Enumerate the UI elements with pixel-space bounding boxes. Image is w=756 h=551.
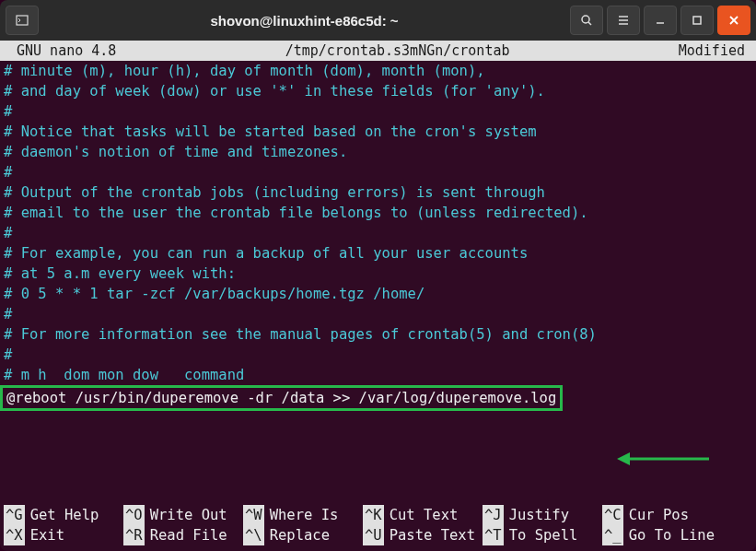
shortcut-go-to-line[interactable]: ^_Go To Line (602, 525, 722, 545)
shortcut-get-help[interactable]: ^GGet Help (4, 505, 123, 525)
minimize-button[interactable] (644, 6, 677, 35)
crontab-entry-line: @reboot /usr/bin/duperemove -dr /data >>… (4, 385, 752, 411)
editor-name: GNU nano 4.8 (4, 41, 116, 61)
window-title: shovon@linuxhint-e86c5d: ~ (42, 13, 566, 29)
svg-rect-0 (17, 16, 28, 25)
crontab-comment-line: # (4, 101, 752, 122)
maximize-icon (690, 13, 704, 28)
crontab-comment-line: # and day of week (dow) or use '*' in th… (4, 81, 752, 101)
crontab-comment-line: # minute (m), hour (h), day of month (do… (4, 61, 752, 81)
shortcut-cut-text[interactable]: ^KCut Text (363, 505, 483, 525)
crontab-comment-line: # 0 5 * * 1 tar -zcf /var/backups/home.t… (4, 284, 752, 304)
shortcut-replace[interactable]: ^\Replace (243, 525, 363, 545)
crontab-comment-line: # at 5 a.m every week with: (4, 264, 752, 284)
terminal-icon (15, 13, 29, 28)
search-icon (579, 13, 594, 28)
new-tab-button[interactable] (6, 6, 39, 35)
shortcut-paste-text[interactable]: ^UPaste Text (363, 525, 483, 545)
minimize-icon (653, 13, 668, 28)
shortcut-exit[interactable]: ^XExit (4, 525, 123, 545)
editor-content[interactable]: # minute (m), hour (h), day of month (do… (0, 61, 756, 411)
annotation-arrow-icon (617, 448, 718, 470)
menu-button[interactable] (607, 6, 640, 35)
close-icon (727, 13, 741, 28)
shortcut-read-file[interactable]: ^RRead File (123, 525, 243, 545)
crontab-comment-line: # (4, 162, 752, 182)
crontab-comment-line: # For more information see the manual pa… (4, 324, 752, 345)
svg-line-2 (588, 22, 591, 25)
shortcut-where-is[interactable]: ^WWhere Is (243, 505, 363, 525)
close-button[interactable] (717, 6, 750, 35)
shortcut-write-out[interactable]: ^OWrite Out (123, 505, 243, 525)
editor-status: Modified (679, 41, 752, 61)
terminal-area[interactable]: GNU nano 4.8 /tmp/crontab.s3mNGn/crontab… (0, 41, 756, 551)
nano-header: GNU nano 4.8 /tmp/crontab.s3mNGn/crontab… (0, 41, 756, 61)
editor-file-path: /tmp/crontab.s3mNGn/crontab (116, 41, 678, 61)
crontab-comment-line: # Notice that tasks will be started base… (4, 122, 752, 142)
maximize-button[interactable] (680, 6, 714, 35)
shortcut-justify[interactable]: ^JJustify (483, 505, 602, 525)
window-titlebar: shovon@linuxhint-e86c5d: ~ (0, 0, 756, 41)
crontab-comment-line: # m h dom mon dow command (4, 365, 752, 385)
highlighted-cron-entry: @reboot /usr/bin/duperemove -dr /data >>… (0, 385, 563, 411)
crontab-comment-line: # (4, 223, 752, 243)
shortcut-cur-pos[interactable]: ^CCur Pos (602, 505, 722, 525)
shortcut-row: ^XExit ^RRead File ^\Replace ^UPaste Tex… (4, 525, 752, 545)
crontab-comment-line: # For example, you can run a backup of a… (4, 243, 752, 264)
crontab-comment-line: # Output of the crontab jobs (including … (4, 182, 752, 203)
svg-rect-7 (693, 17, 701, 24)
crontab-comment-line: # (4, 345, 752, 365)
hamburger-icon (616, 13, 631, 28)
crontab-comment-line: # email to the user the crontab file bel… (4, 203, 752, 223)
svg-marker-11 (617, 452, 630, 465)
search-button[interactable] (570, 6, 603, 35)
crontab-comment-line: # daemon's notion of time and timezones. (4, 142, 752, 162)
crontab-comment-line: # (4, 304, 752, 324)
svg-point-1 (582, 16, 589, 23)
nano-shortcuts: ^GGet Help ^OWrite Out ^WWhere Is ^KCut … (0, 505, 756, 551)
shortcut-row: ^GGet Help ^OWrite Out ^WWhere Is ^KCut … (4, 505, 752, 525)
shortcut-to-spell[interactable]: ^TTo Spell (483, 525, 602, 545)
